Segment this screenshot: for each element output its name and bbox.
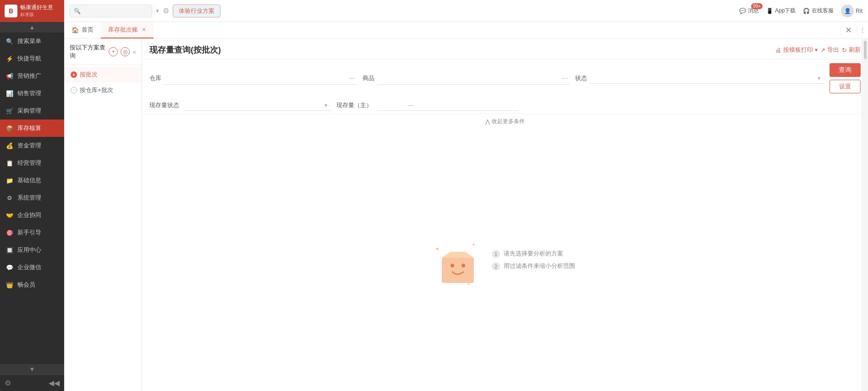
user-profile[interactable]: 👤 Rit (841, 5, 863, 17)
sidebar-item-label: 系统管理 (17, 194, 41, 202)
sidebar-item-newbie[interactable]: 🎯 新手引导 (0, 224, 64, 241)
sidebar-item-wechat[interactable]: 💬 企业微信 (0, 259, 64, 276)
collapse-panel-icon[interactable]: « (132, 48, 136, 55)
sidebar-nav: 🔍 搜索菜单 ⚡ 快捷导航 📢 营销推广 📊 销售管理 🛒 采购管理 📦 库存核… (0, 33, 64, 364)
sidebar-collapse-icon[interactable]: ◀◀ (49, 379, 60, 387)
topbar: 🔍 ▾ ⚙ 体验行业方案 💬 消息 99+ 📱 App下载 🎧 在线客服 (64, 0, 868, 22)
inventory-icon: 📦 (5, 124, 14, 132)
empty-illustration: ✦ ✦ ✦ (435, 237, 481, 283)
refresh-button[interactable]: ↻ 刷新 (842, 46, 861, 54)
sidebar-item-label: 企业协同 (17, 211, 41, 219)
stock-status-arrow: ▾ (324, 102, 327, 109)
tab-more-button[interactable]: ⋮ (857, 27, 868, 33)
scheme-settings-button[interactable]: ◎ (121, 47, 130, 56)
empty-steps: 1 请先选择要分析的方案 2 用过滤条件来缩小分析范围 (492, 250, 575, 271)
warehouse-dots-icon[interactable]: ··· (349, 74, 355, 82)
scheme-item-warehouse-batch[interactable]: ○ 按仓库+批次 (64, 82, 142, 98)
collapse-more-button[interactable]: ⋀ 收起更多条件 (142, 114, 868, 129)
topbar-dropdown-icon[interactable]: ▾ (156, 7, 159, 14)
sidebar-item-basics[interactable]: 📁 基础信息 (0, 172, 64, 189)
sidebar-item-operations[interactable]: 📋 经营管理 (0, 154, 64, 172)
topbar-search-box[interactable]: 🔍 (70, 5, 152, 17)
purchase-icon: 🛒 (5, 107, 14, 115)
step-num-2: 2 (492, 262, 500, 271)
sidebar-item-marketing[interactable]: 📢 营销推广 (0, 67, 64, 85)
column-settings-button[interactable]: 设置 (830, 80, 861, 93)
collapse-more-label: 收起更多条件 (492, 118, 525, 125)
svg-rect-0 (442, 258, 474, 283)
qty-dash: — (408, 102, 414, 109)
quicknav-icon: ⚡ (5, 54, 14, 63)
stock-qty-label: 现存量（主） (336, 101, 372, 109)
chevron-up-icon: ⋀ (485, 119, 490, 125)
empty-step-2: 2 用过滤条件来缩小分析范围 (492, 262, 575, 271)
svg-text:✦: ✦ (467, 282, 470, 286)
action-buttons: 🖨 按模板打印 ▾ ↗ 导出 ↻ 刷新 (775, 46, 861, 54)
query-button[interactable]: 查询 (830, 63, 861, 77)
sidebar-item-system[interactable]: ⚙ 系统管理 (0, 189, 64, 206)
sidebar-item-purchase[interactable]: 🛒 采购管理 (0, 102, 64, 119)
left-panel-actions: + ◎ « (109, 47, 136, 56)
goods-input-wrapper[interactable]: ··· (377, 72, 570, 85)
message-button[interactable]: 💬 消息 99+ (739, 7, 759, 15)
action-col: 查询 设置 (830, 63, 861, 93)
sidebar-item-quicknav[interactable]: ⚡ 快捷导航 (0, 50, 64, 67)
scrollbar-thumb (864, 41, 867, 59)
customer-service-button[interactable]: 🎧 在线客服 (803, 7, 834, 15)
message-badge: 99+ (751, 3, 763, 9)
sidebar-item-label: 营销推广 (17, 72, 41, 80)
refresh-label: 刷新 (849, 46, 861, 54)
sidebar-item-sales[interactable]: 📊 销售管理 (0, 85, 64, 102)
qty-range-input[interactable]: — (377, 100, 518, 111)
tab-batch-label: 库存批次账 (108, 26, 138, 34)
sidebar-item-member[interactable]: 👑 畅会员 (0, 276, 64, 293)
scheme-item-label: 按批次 (80, 71, 98, 79)
app-download-label: App下载 (775, 7, 796, 15)
stock-status-dropdown[interactable]: ▾ (184, 100, 331, 111)
sidebar-scroll-up[interactable]: ▲ (0, 22, 64, 33)
sidebar: B 畅康通好生意 标准版 ▲ 🔍 搜索菜单 ⚡ 快捷导航 📢 营销推广 📊 销售… (0, 0, 64, 391)
sidebar-item-inventory[interactable]: 📦 库存核算 (0, 119, 64, 137)
print-dropdown-icon[interactable]: ▾ (815, 47, 818, 53)
goods-dots-icon[interactable]: ··· (562, 74, 568, 82)
print-button[interactable]: 🖨 按模板打印 ▾ (775, 46, 818, 54)
status-dropdown[interactable]: ▾ (590, 73, 824, 84)
filter-title-bar: 现存量查询(按批次) 🖨 按模板打印 ▾ ↗ 导出 (142, 39, 868, 60)
filter-actions: 🖨 按模板打印 ▾ ↗ 导出 ↻ 刷新 (775, 46, 861, 54)
status-dropdown-arrow: ▾ (818, 75, 820, 81)
add-scheme-button[interactable]: + (109, 47, 118, 56)
print-label: 按模板打印 (783, 46, 813, 54)
sidebar-item-label: 应用中心 (17, 246, 41, 254)
qty-to-input[interactable] (416, 102, 443, 109)
sidebar-settings-icon[interactable]: ⚙ (5, 379, 11, 387)
status-filter-group: 状态 ▾ (575, 73, 824, 84)
tab-batch[interactable]: 库存批次账 ✕ (101, 22, 154, 38)
tab-close-button[interactable]: ✕ (142, 27, 146, 33)
tab-home[interactable]: 🏠 首页 (64, 22, 101, 38)
marketing-icon: 📢 (5, 72, 14, 80)
stock-status-label: 现存量状态 (149, 101, 179, 109)
scheme-item-batch[interactable]: ● 按批次 (64, 67, 142, 82)
step-2-text: 用过滤条件来缩小分析范围 (504, 262, 575, 270)
topbar-settings-icon[interactable]: ⚙ (163, 6, 169, 15)
app-download-button[interactable]: 📱 App下载 (766, 7, 796, 15)
sidebar-item-finance[interactable]: 💰 资金管理 (0, 137, 64, 154)
sidebar-header: B 畅康通好生意 标准版 (0, 0, 64, 22)
svg-text:✦: ✦ (435, 246, 439, 252)
qty-from-input[interactable] (379, 102, 406, 109)
sidebar-item-search[interactable]: 🔍 搜索菜单 (0, 33, 64, 50)
app-logo: B (5, 5, 17, 17)
sidebar-item-appcenter[interactable]: 🔲 应用中心 (0, 241, 64, 259)
export-label: 导出 (827, 46, 839, 54)
industry-solution-button[interactable]: 体验行业方案 (173, 5, 220, 17)
warehouse-input-wrapper[interactable]: ··· (164, 72, 357, 85)
user-avatar: 👤 (841, 5, 854, 17)
sidebar-item-enterprise[interactable]: 🤝 企业协同 (0, 206, 64, 224)
export-icon: ↗ (820, 47, 825, 54)
close-panel-button[interactable]: ✕ (840, 25, 857, 35)
export-button[interactable]: ↗ 导出 (820, 46, 839, 54)
sidebar-scroll-down[interactable]: ▼ (0, 364, 64, 375)
page-title: 现存量查询(按批次) (149, 44, 221, 55)
user-name: Rit (856, 8, 863, 14)
right-scrollbar[interactable] (862, 39, 868, 391)
